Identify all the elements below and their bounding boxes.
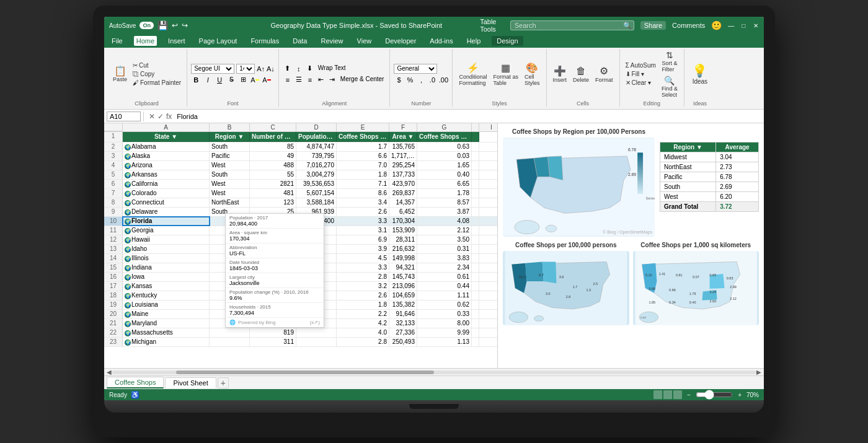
cell-area[interactable]: 137,733	[389, 170, 417, 179]
th-coffee-shops[interactable]: Number of Coffee Shops ▼	[250, 132, 296, 142]
fill-color-button[interactable]: A	[250, 75, 260, 85]
cell-state[interactable]: 🌍Illinois	[123, 254, 210, 263]
cell-per100k[interactable]: 3.3	[337, 263, 389, 272]
col-header-D[interactable]: D	[296, 123, 337, 131]
cell-coffee[interactable]: 2821	[250, 180, 296, 188]
cell-area[interactable]: 153,909	[389, 226, 417, 235]
cell-coffee[interactable]: 488	[250, 161, 296, 170]
comments-btn[interactable]: Comments	[672, 22, 705, 29]
cell-per100k[interactable]: 4.2	[337, 319, 389, 328]
cell-per1000[interactable]: 1.11	[417, 291, 472, 300]
cell-area[interactable]: 1,717,854	[389, 152, 417, 160]
delete-button[interactable]: 🗑 Delete	[570, 64, 591, 84]
merge-center-button[interactable]: Merge & Center	[339, 75, 386, 85]
cell-state[interactable]: 🌍Maryland	[123, 319, 210, 328]
strikethrough-button[interactable]: S̶	[226, 75, 236, 85]
cell-per1000[interactable]: 1.65	[417, 161, 472, 170]
cell-state[interactable]: 🌍Indiana	[123, 263, 210, 272]
wrap-text-button[interactable]: Wrap Text	[316, 64, 348, 74]
paste-button[interactable]: 📋 Paste	[110, 65, 130, 84]
cell-region[interactable]	[210, 338, 250, 346]
cell-per1000[interactable]: 2.12	[417, 226, 472, 235]
sheet-tab-coffee-shops[interactable]: Coffee Shops	[107, 377, 164, 388]
font-name-select[interactable]: Segoe UI	[191, 64, 234, 74]
menu-page-layout[interactable]: Page Layout	[197, 36, 240, 46]
cell-state[interactable]: 🌍Connecticut	[123, 198, 210, 207]
menu-insert[interactable]: Insert	[166, 36, 188, 46]
cell-area[interactable]: 104,659	[389, 291, 417, 300]
cell-per100k[interactable]: 6.9	[337, 235, 389, 244]
cell-region[interactable]: West	[210, 161, 250, 170]
add-sheet-button[interactable]: +	[218, 377, 229, 388]
cell-per100k[interactable]: 1.8	[337, 170, 389, 179]
cell-pop[interactable]: 7,016,270	[296, 161, 337, 170]
cell-styles-button[interactable]: 🎨 CellStyles	[522, 61, 542, 87]
cell-per1000[interactable]: 0.03	[417, 152, 472, 160]
sort-filter-button[interactable]: ⇅ Sort &Filter	[659, 49, 680, 74]
cell-area[interactable]: 213,096	[389, 282, 417, 291]
close-btn[interactable]: ✕	[753, 21, 759, 30]
cell-coffee[interactable]: 311	[250, 338, 296, 346]
cell-per100k[interactable]: 6.6	[337, 152, 389, 160]
page-break-view-btn[interactable]	[673, 390, 682, 399]
redo-icon[interactable]: ↪	[182, 21, 188, 30]
cell-per1000[interactable]: 9.99	[417, 328, 472, 337]
th-region[interactable]: Region ▼	[210, 132, 250, 142]
font-size-select[interactable]: 14	[236, 64, 255, 74]
format-as-table-button[interactable]: ▦ Format asTable	[490, 61, 521, 87]
maximize-btn[interactable]: □	[740, 21, 746, 30]
font-color-button[interactable]: A	[262, 75, 272, 85]
menu-file[interactable]: File	[109, 36, 125, 46]
page-layout-view-btn[interactable]	[663, 390, 672, 399]
col-header-F[interactable]: F	[389, 123, 417, 131]
normal-view-btn[interactable]	[653, 390, 662, 399]
formula-input[interactable]	[174, 112, 761, 121]
menu-formulas[interactable]: Formulas	[248, 36, 281, 46]
cell-area[interactable]: 6,452	[389, 208, 417, 216]
cell-pop[interactable]: 3,004,279	[296, 170, 337, 179]
cell-state[interactable]: 🌍Georgia	[123, 226, 210, 235]
menu-developer[interactable]: Developer	[383, 36, 418, 46]
cell-per1000[interactable]: 8.00	[417, 319, 472, 328]
align-center-button[interactable]: ☰	[294, 75, 304, 85]
cell-area[interactable]: 28,311	[389, 235, 417, 244]
ideas-button[interactable]: 💡 Ideas	[688, 62, 711, 86]
cell-per100k[interactable]: 3.3	[337, 217, 389, 226]
cell-per100k[interactable]: 3.4	[337, 198, 389, 207]
cell-per1000[interactable]: 2.34	[417, 263, 472, 272]
cell-per1000[interactable]: 3.83	[417, 254, 472, 263]
percent-button[interactable]: %	[405, 75, 415, 85]
cell-per1000[interactable]: 0.63	[417, 143, 472, 151]
cancel-formula-icon[interactable]: ✕	[149, 112, 155, 121]
bold-button[interactable]: B	[191, 75, 201, 85]
align-top-button[interactable]: ⬆	[283, 64, 293, 74]
cell-coffee[interactable]: 85	[250, 143, 296, 151]
th-state[interactable]: State ▼	[123, 132, 210, 142]
col-header-I[interactable]: I	[479, 123, 497, 131]
cell-per1000[interactable]: 0.44	[417, 282, 472, 291]
autosum-button[interactable]: Σ AutoSum	[624, 61, 658, 69]
cell-area[interactable]: 135,382	[389, 300, 417, 309]
cell-per1000[interactable]: 8.57	[417, 198, 472, 207]
horizontal-scrollbar[interactable]: ◀ ▶	[104, 368, 764, 375]
cell-state[interactable]: 🌍Colorado	[123, 189, 210, 198]
cell-area[interactable]: 145,743	[389, 273, 417, 281]
conditional-formatting-button[interactable]: ⚡ ConditionalFormatting	[456, 61, 489, 87]
cell-per100k[interactable]: 4.0	[337, 328, 389, 337]
cell-per100k[interactable]: 2.2	[337, 310, 389, 318]
cell-state[interactable]: 🌍Maine	[123, 310, 210, 318]
cell-region[interactable]: West	[210, 189, 250, 198]
cell-state[interactable]: 🌍Idaho	[123, 245, 210, 253]
cell-coffee[interactable]: 49	[250, 152, 296, 160]
indent-decrease-button[interactable]: ⇤	[316, 75, 326, 85]
cell-area[interactable]: 27,336	[389, 328, 417, 337]
cell-area[interactable]: 91,646	[389, 310, 417, 318]
cell-state[interactable]: 🌍Michigan	[123, 338, 210, 346]
cell-per100k[interactable]: 7.0	[337, 161, 389, 170]
format-button[interactable]: ⚙ Format	[593, 64, 616, 84]
cell-per1000[interactable]: 3.87	[417, 208, 472, 216]
cell-pop[interactable]: 739,795	[296, 152, 337, 160]
search-input[interactable]	[510, 20, 634, 30]
cell-pop[interactable]: 39,536,653	[296, 180, 337, 188]
menu-review[interactable]: Review	[318, 36, 345, 46]
